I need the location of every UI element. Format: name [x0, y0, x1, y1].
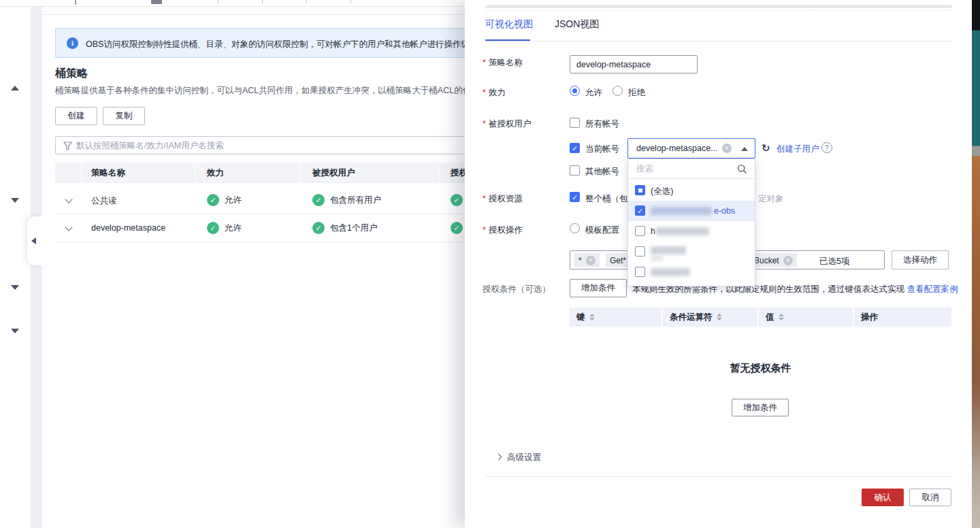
select-arrow-up-icon[interactable]: [741, 147, 748, 151]
checkbox-other-accounts[interactable]: [570, 165, 580, 176]
radio-deny[interactable]: [612, 86, 623, 96]
expand-down-icon[interactable]: [11, 329, 19, 333]
current-account-label[interactable]: 当前帐号: [585, 144, 619, 155]
principal-cell: ✓ 包含1个用户: [312, 222, 377, 234]
other-accounts-label[interactable]: 其他帐号: [585, 166, 619, 178]
checkbox-current-account[interactable]: ✓: [570, 143, 580, 153]
dropdown-item[interactable]: [628, 242, 755, 262]
cancel-button[interactable]: 取消: [909, 489, 951, 506]
dropdown-item[interactable]: h: [628, 221, 755, 242]
radio-allow-label[interactable]: 允许: [585, 87, 602, 99]
policy-name-label: *策略名称: [483, 57, 523, 69]
info-banner-text: OBS访问权限控制特性提供桶、目录、对象的访问权限控制，可对帐户下的用户和其他帐…: [86, 39, 521, 50]
page-title: 桶策略: [55, 67, 88, 81]
sort-icon[interactable]: [779, 314, 784, 320]
footer-divider: [485, 476, 952, 477]
resource-cell: ✓: [451, 194, 463, 206]
radio-template-config[interactable]: [570, 223, 580, 233]
confirm-button[interactable]: 确认: [862, 489, 904, 506]
tab-json-view[interactable]: JSON视图: [555, 18, 599, 31]
allow-check-icon: ✓: [451, 194, 463, 206]
rail-scroll-gutter[interactable]: [31, 7, 42, 528]
view-example-link[interactable]: 查看配置案例: [906, 284, 958, 294]
row-expand-icon[interactable]: [65, 223, 72, 231]
allow-check-icon: ✓: [312, 194, 325, 206]
dropdown-item-select-all[interactable]: (全选): [628, 180, 755, 201]
column-operator[interactable]: 条件运算符: [663, 308, 758, 327]
panel-collapse-handle[interactable]: [27, 216, 42, 265]
select-action-button[interactable]: 选择动作: [892, 250, 949, 269]
indeterminate-checkbox[interactable]: [635, 185, 645, 195]
dropdown-item-checked[interactable]: ✓ e-obs: [628, 201, 755, 221]
unchecked-checkbox[interactable]: [635, 267, 645, 277]
tab-visual-view[interactable]: 可视化视图: [485, 18, 533, 31]
checked-checkbox[interactable]: ✓: [635, 205, 645, 216]
allow-check-icon: ✓: [312, 222, 325, 234]
required-star: *: [483, 119, 486, 129]
policy-name-input[interactable]: [570, 55, 698, 73]
remove-tag-icon[interactable]: ×: [586, 256, 595, 265]
account-select[interactable]: develop-metaspace... ×: [627, 138, 755, 159]
header-mark: [75, 0, 76, 5]
empty-condition-text: 暂无授权条件: [570, 362, 951, 375]
action-label: *授权操作: [483, 225, 523, 236]
select-all-label: (全选): [651, 186, 673, 197]
selected-count: 已选5项: [819, 256, 849, 267]
help-icon[interactable]: ?: [821, 142, 832, 153]
collapse-up-icon[interactable]: [11, 86, 19, 90]
header-mark: [350, 0, 351, 3]
header-mark: [306, 0, 307, 3]
policy-search-input[interactable]: [76, 137, 485, 153]
unchecked-checkbox[interactable]: [635, 226, 645, 236]
copy-button[interactable]: 复制: [103, 107, 145, 125]
add-condition-button[interactable]: 增加条件: [570, 279, 627, 297]
template-config-label[interactable]: 模板配置: [585, 225, 619, 236]
resource-cell: ✓: [451, 222, 463, 234]
action-tag: * ×: [574, 253, 600, 267]
remove-tag-icon[interactable]: ×: [783, 256, 793, 265]
checkbox-all-accounts[interactable]: [570, 118, 580, 128]
create-sub-user-link[interactable]: 创建子用户: [777, 144, 819, 155]
refresh-icon[interactable]: ↻: [762, 142, 770, 154]
unchecked-checkbox[interactable]: [635, 246, 645, 257]
condition-label: 授权条件（可选）: [483, 284, 551, 295]
column-key[interactable]: 键: [570, 308, 662, 327]
checkbox-whole-bucket[interactable]: ✓: [570, 192, 580, 202]
resource-label: *授权资源: [483, 193, 523, 205]
expand-down-icon[interactable]: [11, 198, 19, 203]
column-value[interactable]: 值: [759, 308, 853, 327]
radio-deny-label[interactable]: 拒绝: [628, 87, 645, 99]
empty-add-condition-button[interactable]: 增加条件: [732, 399, 789, 416]
row-expand-icon[interactable]: [65, 195, 72, 203]
principal-label: *被授权用户: [483, 118, 531, 130]
column-principal: 被授权用户: [301, 163, 440, 183]
expand-down-icon[interactable]: [11, 285, 19, 290]
screen: i OBS访问权限控制特性提供桶、目录、对象的访问权限控制，可对帐户下的用户和其…: [0, 0, 980, 528]
left-rail: [0, 7, 31, 528]
redacted-text: [651, 207, 712, 215]
column-operation: 操作: [854, 308, 951, 327]
dropdown-item[interactable]: [628, 262, 755, 282]
action-tag-text: *: [578, 256, 582, 265]
advanced-settings-toggle[interactable]: 高级设置: [507, 452, 541, 463]
create-button[interactable]: 创建: [55, 107, 97, 125]
policy-name-cell: 公共读: [91, 195, 117, 207]
clear-selection-icon[interactable]: ×: [722, 144, 732, 153]
dropdown-search-input[interactable]: [636, 161, 732, 176]
resource-hint-tail: 定对象: [758, 193, 784, 205]
sort-icon[interactable]: [589, 314, 595, 320]
advanced-expand-icon[interactable]: [495, 454, 502, 461]
required-star: *: [483, 58, 486, 67]
all-accounts-label[interactable]: 所有帐号: [585, 118, 619, 130]
drawer-divider-dashed: [485, 10, 952, 11]
expander-column-header: [55, 163, 82, 183]
allow-check-icon: ✓: [207, 222, 219, 234]
required-star: *: [483, 194, 486, 203]
redacted-text: [656, 227, 709, 235]
drawer-scrollbar[interactable]: [485, 5, 952, 8]
required-star: *: [483, 88, 486, 97]
principal-text: 包含所有用户: [330, 195, 381, 206]
sort-icon[interactable]: [717, 314, 722, 320]
radio-allow[interactable]: [570, 86, 580, 96]
header-mark: [218, 0, 218, 4]
